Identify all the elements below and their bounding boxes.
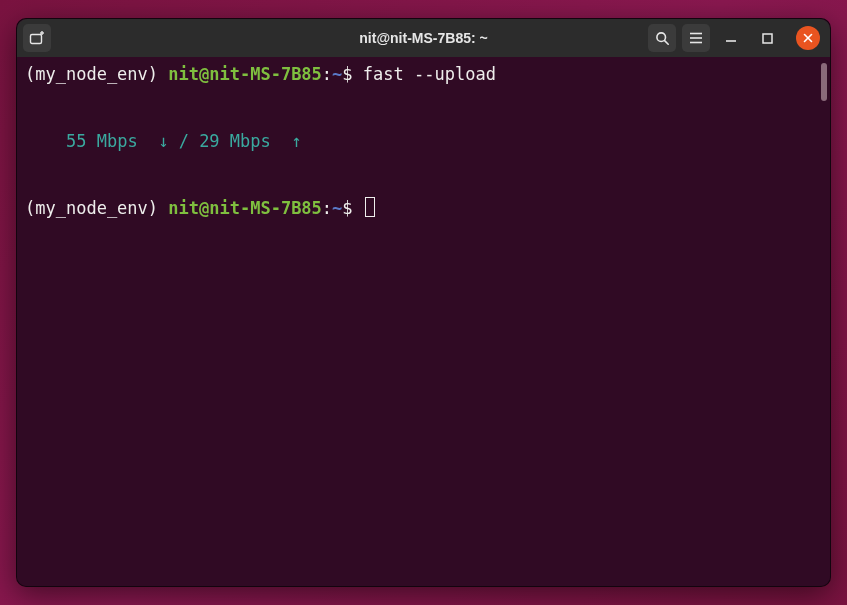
prompt-line-2: (my_node_env) nit@nit-MS-7B85:~$	[25, 197, 822, 220]
fast-output: 55 Mbps ↓ / 29 Mbps ↑	[25, 130, 822, 153]
new-tab-button[interactable]	[23, 24, 51, 52]
upload-arrow-icon: ↑	[291, 131, 301, 151]
minimize-button[interactable]	[716, 24, 746, 52]
scrollbar-thumb[interactable]	[821, 63, 827, 101]
new-tab-icon	[29, 31, 45, 45]
minimize-icon	[725, 32, 737, 44]
svg-rect-9	[763, 34, 772, 43]
close-icon	[803, 33, 813, 43]
cwd-path: ~	[332, 198, 342, 218]
prompt-line-1: (my_node_env) nit@nit-MS-7B85:~$ fast --…	[25, 63, 822, 86]
terminal-window: nit@nit-MS-7B85: ~	[16, 18, 831, 587]
download-arrow-icon: ↓	[158, 131, 168, 151]
maximize-button[interactable]	[752, 24, 782, 52]
search-button[interactable]	[648, 24, 676, 52]
command-text: fast --upload	[363, 64, 496, 84]
user-host: nit@nit-MS-7B85	[168, 64, 322, 84]
titlebar: nit@nit-MS-7B85: ~	[17, 19, 830, 57]
svg-line-4	[664, 40, 668, 44]
close-button[interactable]	[796, 26, 820, 50]
upload-speed-value: 29	[199, 131, 219, 151]
user-host: nit@nit-MS-7B85	[168, 198, 322, 218]
venv-tag: (my_node_env)	[25, 64, 158, 84]
download-speed-unit: Mbps	[97, 131, 138, 151]
speed-separator: /	[179, 131, 189, 151]
upload-speed-unit: Mbps	[230, 131, 271, 151]
cwd-path: ~	[332, 64, 342, 84]
terminal-body[interactable]: (my_node_env) nit@nit-MS-7B85:~$ fast --…	[17, 57, 830, 586]
svg-rect-0	[31, 35, 42, 44]
venv-tag: (my_node_env)	[25, 198, 158, 218]
maximize-icon	[762, 33, 773, 44]
download-speed-value: 55	[66, 131, 86, 151]
hamburger-icon	[689, 32, 703, 44]
search-icon	[655, 31, 670, 46]
scrollbar[interactable]	[821, 63, 827, 580]
hamburger-menu-button[interactable]	[682, 24, 710, 52]
text-cursor	[365, 197, 375, 217]
